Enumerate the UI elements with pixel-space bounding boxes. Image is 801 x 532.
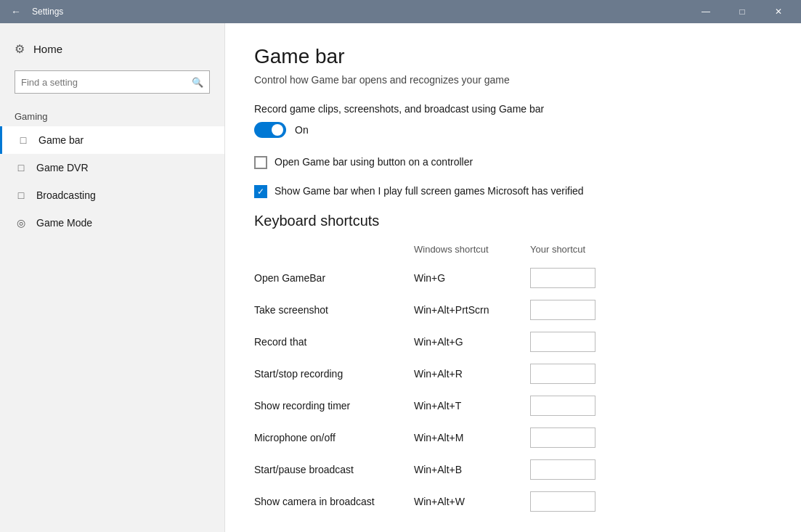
shortcut-action: Take screenshot <box>254 294 414 326</box>
window-controls: — □ ✕ <box>689 0 795 23</box>
shortcut-action: Start/stop recording <box>254 358 414 390</box>
shortcut-action: Show camera in broadcast <box>254 486 414 517</box>
game-bar-label: Game bar <box>38 134 84 146</box>
window-title: Settings <box>32 7 689 17</box>
checkbox-row-open-gamebar: Open Game bar using button on a controll… <box>254 155 772 170</box>
search-icon: 🔍 <box>186 77 209 88</box>
open-gamebar-label: Open Game bar using button on a controll… <box>275 155 473 170</box>
gamebar-toggle[interactable] <box>254 122 286 138</box>
toggle-description: Record game clips, screenshots, and broa… <box>254 103 772 115</box>
col-action <box>254 244 414 262</box>
game-dvr-label: Game DVR <box>36 162 89 173</box>
shortcut-action: Microphone on/off <box>254 422 414 454</box>
shortcuts-table: Windows shortcut Your shortcut Open Game… <box>254 244 772 517</box>
game-mode-icon: ◎ <box>15 216 28 229</box>
table-row: Start/pause broadcast Win+Alt+B <box>254 454 772 486</box>
open-gamebar-checkbox[interactable] <box>254 156 267 169</box>
main-content: Game bar Control how Game bar opens and … <box>225 23 801 532</box>
show-gamebar-checkbox[interactable] <box>254 185 267 198</box>
table-row: Microphone on/off Win+Alt+M <box>254 422 772 454</box>
sidebar-item-game-dvr[interactable]: □ Game DVR <box>0 154 224 181</box>
search-box: 🔍 <box>15 70 210 94</box>
table-row: Show recording timer Win+Alt+T <box>254 390 772 422</box>
table-row: Take screenshot Win+Alt+PrtScrn <box>254 294 772 326</box>
search-input[interactable] <box>15 77 186 88</box>
sidebar-item-game-bar[interactable]: □ Game bar <box>0 126 224 154</box>
shortcut-input-3[interactable] <box>530 364 595 384</box>
game-dvr-icon: □ <box>15 161 28 174</box>
shortcut-your <box>530 326 772 358</box>
shortcut-input-6[interactable] <box>530 459 595 480</box>
close-button[interactable]: ✕ <box>762 0 795 23</box>
shortcut-windows: Win+G <box>414 262 530 294</box>
shortcut-your <box>530 262 772 294</box>
shortcut-your <box>530 358 772 390</box>
table-row: Open GameBar Win+G <box>254 262 772 294</box>
sidebar: ⚙ Home 🔍 Gaming □ Game bar □ Game DVR □ … <box>0 23 225 532</box>
home-icon: ⚙ <box>15 42 25 56</box>
shortcut-windows: Win+Alt+M <box>414 422 530 454</box>
sidebar-item-game-mode[interactable]: ◎ Game Mode <box>0 209 224 237</box>
broadcasting-label: Broadcasting <box>36 189 96 201</box>
shortcut-windows: Win+Alt+PrtScrn <box>414 294 530 326</box>
shortcut-your <box>530 486 772 517</box>
broadcasting-icon: □ <box>15 189 28 202</box>
table-row: Show camera in broadcast Win+Alt+W <box>254 486 772 517</box>
shortcut-windows: Win+Alt+B <box>414 454 530 486</box>
shortcut-your <box>530 454 772 486</box>
page-title: Game bar <box>254 45 772 68</box>
shortcut-action: Record that <box>254 326 414 358</box>
sidebar-section-label: Gaming <box>0 101 224 126</box>
show-gamebar-label: Show Game bar when I play full screen ga… <box>275 184 584 199</box>
game-mode-label: Game Mode <box>36 217 92 229</box>
sidebar-home-item[interactable]: ⚙ Home <box>0 35 224 63</box>
back-button[interactable]: ← <box>6 1 26 22</box>
shortcut-input-0[interactable] <box>530 268 595 288</box>
shortcut-windows: Win+Alt+W <box>414 486 530 517</box>
col-windows-shortcut: Windows shortcut <box>414 244 530 262</box>
sidebar-item-broadcasting[interactable]: □ Broadcasting <box>0 181 224 209</box>
shortcut-windows: Win+Alt+G <box>414 326 530 358</box>
col-your-shortcut: Your shortcut <box>530 244 772 262</box>
shortcut-action: Start/pause broadcast <box>254 454 414 486</box>
checkbox-row-show-gamebar: Show Game bar when I play full screen ga… <box>254 184 772 199</box>
game-bar-icon: □ <box>17 134 30 147</box>
gamebar-toggle-row: On <box>254 122 772 138</box>
shortcut-input-1[interactable] <box>530 300 595 320</box>
title-bar: ← Settings — □ ✕ <box>0 0 801 23</box>
shortcut-your <box>530 422 772 454</box>
shortcut-your <box>530 390 772 422</box>
table-row: Record that Win+Alt+G <box>254 326 772 358</box>
shortcut-your <box>530 294 772 326</box>
shortcut-input-4[interactable] <box>530 396 595 416</box>
shortcut-action: Show recording timer <box>254 390 414 422</box>
page-subtitle: Control how Game bar opens and recognize… <box>254 74 772 86</box>
table-row: Start/stop recording Win+Alt+R <box>254 358 772 390</box>
shortcut-input-7[interactable] <box>530 491 595 512</box>
shortcut-windows: Win+Alt+T <box>414 390 530 422</box>
app-body: ⚙ Home 🔍 Gaming □ Game bar □ Game DVR □ … <box>0 23 801 532</box>
shortcut-action: Open GameBar <box>254 262 414 294</box>
shortcuts-section-title: Keyboard shortcuts <box>254 213 772 229</box>
maximize-button[interactable]: □ <box>725 0 759 23</box>
shortcut-input-5[interactable] <box>530 427 595 448</box>
shortcut-input-2[interactable] <box>530 332 595 352</box>
minimize-button[interactable]: — <box>689 0 723 23</box>
shortcut-windows: Win+Alt+R <box>414 358 530 390</box>
home-label: Home <box>33 43 62 55</box>
toggle-state-label: On <box>295 124 309 136</box>
